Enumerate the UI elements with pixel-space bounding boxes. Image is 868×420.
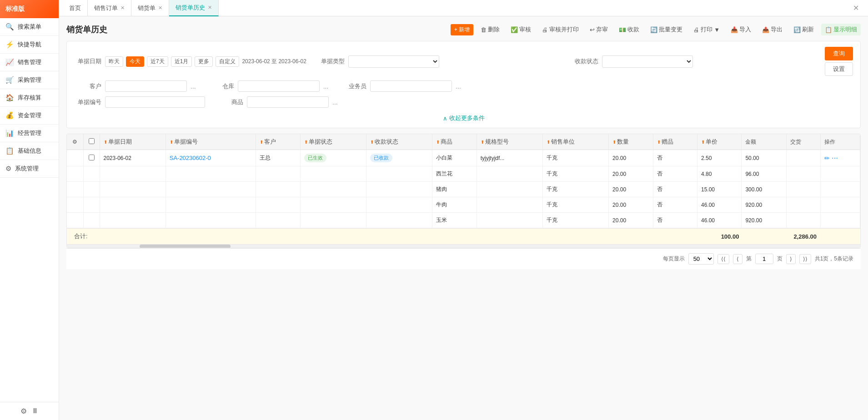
- audit-button[interactable]: ✅ 审核: [507, 24, 535, 35]
- staff-input[interactable]: [370, 80, 452, 92]
- col-qty[interactable]: ⬆数量: [609, 134, 653, 150]
- cell-customer: [256, 213, 300, 228]
- date-btn-today[interactable]: 今天: [126, 56, 144, 67]
- goods-ellipsis[interactable]: ...: [332, 99, 338, 106]
- date-btn-more[interactable]: 更多: [195, 56, 213, 67]
- col-doc-status[interactable]: ⬆单据状态: [300, 134, 366, 150]
- sidebar-item-system-mgmt[interactable]: ⚙ 系统管理: [0, 160, 59, 178]
- staff-ellipsis[interactable]: ...: [456, 83, 461, 90]
- sidebar-item-sales-mgmt[interactable]: 📈 销售管理: [0, 54, 59, 71]
- tab-sales-goods-history[interactable]: 销货单历史 ✕: [169, 0, 219, 16]
- cell-checkbox: [83, 182, 100, 197]
- date-btn-1month[interactable]: 近1月: [171, 56, 192, 67]
- customer-ellipsis[interactable]: ...: [191, 83, 196, 90]
- warehouse-ellipsis[interactable]: ...: [323, 83, 329, 90]
- sidebar-item-finance-mgmt[interactable]: 💰 资金管理: [0, 107, 59, 125]
- tab-sales-goods[interactable]: 销货单 ✕: [131, 0, 169, 16]
- date-btn-yesterday[interactable]: 昨天: [105, 56, 123, 67]
- show-detail-button[interactable]: 📋 显示明细: [821, 24, 861, 35]
- cell-price: 46.00: [697, 213, 741, 228]
- customer-input[interactable]: [105, 80, 187, 92]
- payment-status-label: 收款状态: [571, 57, 598, 65]
- refresh-button[interactable]: 🔃 刷新: [790, 24, 818, 35]
- close-sales-order-icon[interactable]: ✕: [120, 5, 125, 11]
- doc-no-input[interactable]: [105, 96, 205, 108]
- col-spec[interactable]: ⬆规格型号: [477, 134, 542, 150]
- query-button[interactable]: 查询: [825, 47, 853, 60]
- cell-settings: [67, 166, 83, 182]
- col-gift[interactable]: ⬆赠品: [653, 134, 697, 150]
- batch-change-button[interactable]: 🔄 批量变更: [647, 24, 686, 35]
- col-customer[interactable]: ⬆客户: [256, 134, 300, 150]
- audit-print-button[interactable]: 🖨 审核并打印: [538, 24, 582, 35]
- footer-total-amount: 2,286.00: [793, 233, 817, 240]
- last-page-button[interactable]: ⟩⟩: [799, 254, 811, 264]
- first-page-button[interactable]: ⟨⟨: [717, 254, 729, 264]
- inventory-calc-icon: 🏠: [5, 94, 14, 102]
- col-settings[interactable]: ⚙: [67, 134, 83, 150]
- tab-home[interactable]: 首页: [63, 0, 88, 16]
- collect-button[interactable]: 💵 收款: [615, 24, 643, 35]
- finance-mgmt-icon: 💰: [5, 111, 14, 120]
- col-price[interactable]: ⬆单价: [697, 134, 741, 150]
- date-range: 2023-06-02 至 2023-06-02: [242, 58, 306, 65]
- sidebar-item-quick-nav[interactable]: ⚡ 快捷导航: [0, 36, 59, 54]
- col-doc-no[interactable]: ⬆单据编号: [166, 134, 256, 150]
- page-size-select[interactable]: 50 100 200: [688, 253, 714, 265]
- col-doc-date[interactable]: ⬆单据日期: [100, 134, 166, 150]
- sidebar-item-basic-info[interactable]: 📋 基础信息: [0, 142, 59, 160]
- payment-status-select[interactable]: [602, 55, 693, 68]
- sidebar-settings-icon[interactable]: ⚙: [20, 407, 27, 415]
- doc-no-link[interactable]: SA-20230602-0: [170, 155, 211, 161]
- page-input[interactable]: [755, 254, 773, 264]
- cell-qty: 20.00: [609, 197, 653, 213]
- table-scrollbar[interactable]: [67, 244, 860, 248]
- next-page-button[interactable]: ⟩: [786, 254, 796, 264]
- delete-button[interactable]: 🗑 删除: [477, 24, 503, 35]
- filter-payment-status-field: 收款状态: [571, 55, 814, 68]
- set-button[interactable]: 设置: [825, 62, 853, 76]
- sidebar-item-operations-mgmt[interactable]: 📊 经营管理: [0, 125, 59, 142]
- abandon-button[interactable]: ↩ 弃审: [586, 24, 612, 35]
- show-detail-icon: 📋: [825, 26, 832, 33]
- date-btn-7days[interactable]: 近7天: [147, 56, 168, 67]
- sidebar-item-purchase-mgmt[interactable]: 🛒 采购管理: [0, 71, 59, 89]
- cell-doc-no: [166, 166, 256, 182]
- collapse-btn[interactable]: ∧ 收起更多条件: [74, 112, 853, 122]
- sidebar-item-inventory-calc[interactable]: 🏠 库存核算: [0, 89, 59, 107]
- page-header: 销货单历史 + 新增 🗑 删除 ✅ 审核 🖨 审核并打印 ↩ 弃审: [66, 24, 861, 35]
- table-row: 猪肉 千克 20.00 否 15.00 300.00: [67, 182, 860, 197]
- import-button[interactable]: 📥 导入: [727, 24, 755, 35]
- goods-input[interactable]: [247, 96, 329, 108]
- sidebar: 标准版 🔍 搜索菜单 ⚡ 快捷导航 📈 销售管理 🛒 采购管理 🏠 库存核算 💰…: [0, 0, 59, 420]
- close-sales-goods-history-icon[interactable]: ✕: [208, 5, 212, 10]
- new-button[interactable]: + 新增: [451, 24, 473, 35]
- print-button[interactable]: 🖨 打印 ▼: [690, 24, 723, 35]
- row-checkbox[interactable]: [89, 155, 95, 160]
- col-goods[interactable]: ⬆商品: [432, 134, 477, 150]
- close-all-tabs-icon[interactable]: ✕: [848, 4, 864, 12]
- date-btn-custom[interactable]: 自定义: [216, 56, 239, 67]
- close-sales-goods-icon[interactable]: ✕: [158, 5, 162, 11]
- tab-sales-order[interactable]: 销售订单 ✕: [88, 0, 131, 16]
- warehouse-input[interactable]: [238, 80, 320, 92]
- data-table-wrapper: ⚙ ⬆单据日期 ⬆单据编号 ⬆客户 ⬆单据状态 ⬆收款状态 ⬆商品 ⬆规格型号 …: [66, 134, 861, 248]
- sidebar-item-search-menu[interactable]: 🔍 搜索菜单: [0, 18, 59, 36]
- scrollbar-thumb[interactable]: [140, 245, 231, 248]
- col-payment-status[interactable]: ⬆收款状态: [366, 134, 432, 150]
- payment-status-badge: 已收款: [370, 154, 392, 162]
- doc-type-select[interactable]: [348, 55, 439, 68]
- cell-price: 46.00: [697, 197, 741, 213]
- edit-action-icon[interactable]: ✏: [824, 155, 830, 162]
- prev-page-button[interactable]: ⟨: [733, 254, 743, 264]
- more-action-icon[interactable]: ⋯: [832, 155, 838, 162]
- filter-row-1: 单据日期 昨天 今天 近7天 近1月 更多 自定义 2023-06-02 至 2…: [74, 47, 853, 76]
- export-button[interactable]: 📤 导出: [758, 24, 786, 35]
- col-unit[interactable]: ⬆销售单位: [542, 134, 608, 150]
- cell-doc-status: 已生效: [300, 150, 366, 166]
- purchase-mgmt-icon: 🛒: [5, 76, 14, 84]
- sidebar-toggle-icon[interactable]: ⏸: [31, 407, 39, 415]
- cell-gift: 否: [653, 197, 697, 213]
- select-all-checkbox[interactable]: [89, 138, 95, 144]
- cell-payment-status: 已收款: [366, 150, 432, 166]
